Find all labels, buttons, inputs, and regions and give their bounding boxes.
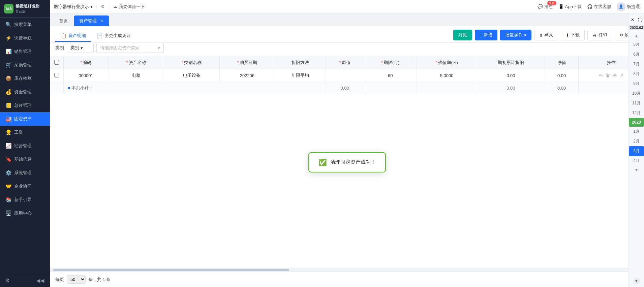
close-panel-icon[interactable]: ✕ (631, 18, 634, 22)
more-icon[interactable]: ↗ (620, 73, 624, 78)
download-btn[interactable]: ⬇ 下载 (561, 30, 585, 40)
right-panel-month-6[interactable]: 6月 (629, 50, 644, 59)
reconcile-btn[interactable]: 对账 (453, 30, 472, 40)
batch-btn[interactable]: 批量操作 ▾ (500, 30, 531, 40)
panel-expand-toggle[interactable]: ▼ (633, 278, 640, 284)
new-btn[interactable]: + 新增 (475, 30, 497, 40)
th-net-value: 净值 (545, 56, 579, 69)
success-toast: ✅ 清理固定资产成功！ (308, 152, 386, 172)
user-info[interactable]: 👤 畅捷通 (617, 2, 640, 11)
sidebar-item-capital[interactable]: 💰 资金管理 (0, 85, 50, 99)
avatar: 👤 (617, 2, 625, 11)
right-panel-month-7[interactable]: 7月 (629, 59, 644, 69)
sidebar-item-enterprise-label: 企业协同 (14, 183, 32, 189)
sidebar-item-purchase[interactable]: 🛒 采购管理 (0, 58, 50, 72)
scroll-up-btn[interactable]: ▲ (629, 32, 644, 40)
sidebar-nav: 🔍 搜索菜单 ⚡ 快捷导航 📊 销售管理 🛒 采购管理 📦 库存核算 💰 资金管… (0, 18, 50, 274)
sub-tab-asset-detail[interactable]: 📋 资产明细 (55, 30, 91, 42)
settings-icon[interactable]: ⚙ (5, 278, 10, 284)
subtotal-initial-accumulated: 0.00 (477, 82, 545, 94)
sidebar-item-enterprise[interactable]: 🤝 企业协同 (0, 180, 50, 193)
asset-detail-icon: 📋 (61, 33, 66, 38)
sidebar-item-payroll[interactable]: 👷 工资 (0, 126, 50, 139)
batch-dropdown-icon: ▾ (524, 33, 526, 38)
sidebar-item-operations[interactable]: 📈 经营管理 (0, 139, 50, 153)
table-row: 000001 电脑 电子设备 202206 年限平均 (50, 69, 644, 82)
sidebar-item-basic-info[interactable]: 🔖 基础信息 (0, 153, 50, 166)
tab-close-icon[interactable]: ✕ (100, 18, 104, 23)
table-scrollbar[interactable] (50, 268, 644, 272)
right-panel-month-5[interactable]: 5月 (629, 40, 644, 50)
scroll-down-btn[interactable]: ▼ (629, 166, 644, 174)
table-scrollbar-thumb[interactable] (53, 269, 289, 271)
right-panel-month-2[interactable]: 2月 (629, 136, 644, 146)
settings-btn[interactable]: ⚙ (101, 4, 105, 9)
sidebar-item-sales[interactable]: 📊 销售管理 (0, 45, 50, 58)
sidebar-item-fixed-assets[interactable]: 🏭 固定资产 (0, 112, 50, 126)
expand-panel-icon[interactable]: ⛶ (638, 18, 642, 22)
download-icon: ⬇ (566, 33, 570, 38)
online-service-btn[interactable]: 🎧 在线客服 (587, 4, 611, 10)
right-panel-month-8[interactable]: 8月 (629, 69, 644, 79)
collapse-icon[interactable]: ◀◀ (36, 278, 44, 284)
app-download-btn[interactable]: 📱 App下载 (558, 4, 582, 10)
right-panel-month-11[interactable]: 11月 (629, 98, 644, 108)
tab-home[interactable]: 首页 (54, 15, 73, 26)
th-period: *期限(月) (364, 56, 417, 69)
system-icon: ⚙️ (5, 170, 11, 176)
total-label: 条，共 1 条 (88, 277, 111, 283)
sidebar-item-quick-nav[interactable]: ⚡ 快捷导航 (0, 31, 50, 45)
th-depreciation-method: 折旧方法 (275, 56, 326, 69)
sub-tab-change-voucher[interactable]: 📄 变更生成凭证 (91, 30, 136, 42)
inventory-icon: 📦 (5, 75, 11, 82)
sidebar-item-inventory[interactable]: 📦 库存核算 (0, 72, 50, 85)
copy-icon[interactable]: ⊕ (613, 73, 617, 78)
right-panel-month-4[interactable]: 4月 (629, 156, 644, 166)
right-panel-year-2023[interactable]: 2023 (629, 118, 644, 127)
topbar: 医疗器械行业演示 ▾ | ⚙ | ☁ 我要体验一下 💬 消息 99+ 📱 App… (50, 0, 644, 13)
tab-asset-management[interactable]: 资产管理 ✕ (74, 15, 109, 26)
right-panel-month-3[interactable]: 3月 (629, 146, 644, 156)
sidebar-item-search[interactable]: 🔍 搜索菜单 (0, 18, 50, 31)
basic-info-icon: 🔖 (5, 156, 11, 162)
per-page-select[interactable]: 50 10 20 100 (67, 275, 86, 284)
right-panel-month-12[interactable]: 12月 (629, 108, 644, 118)
sidebar-item-ledger[interactable]: 📒 总账管理 (0, 99, 50, 112)
category-value-select[interactable]: 请选择固定资产类别 ▾ (96, 43, 164, 53)
right-panel-year: 2023.03 (628, 25, 644, 30)
right-panel-month-10[interactable]: 10月 (629, 89, 644, 98)
delete-icon[interactable]: 🗑 (606, 73, 610, 78)
select-all-checkbox[interactable] (54, 60, 59, 65)
subtotal-net-value: 0.00 (545, 82, 579, 94)
category-type-select[interactable]: 类别 ▾ (67, 43, 94, 53)
experience-btn[interactable]: ☁ 我要体验一下 (113, 4, 145, 10)
subtotal-period (364, 82, 417, 94)
subtotal-original-value: 0.00 (326, 82, 364, 94)
sidebar-item-guide-label: 新手引导 (14, 197, 32, 203)
company-selector[interactable]: 医疗器械行业演示 ▾ (54, 4, 93, 10)
edit-icon[interactable]: ✏ (599, 73, 603, 78)
sidebar-item-quick-nav-label: 快捷导航 (14, 35, 32, 41)
subtotal-icon: ■ (68, 86, 70, 90)
per-page-label: 每页 (55, 277, 64, 283)
th-initial-accumulated: 期初累计折旧 (477, 56, 545, 69)
refresh-icon: ↻ (620, 33, 623, 38)
tab-asset-label: 资产管理 (79, 18, 97, 23)
sidebar-item-app-center[interactable]: 🖥️ 应用中心 (0, 206, 50, 220)
app-download-label: App下载 (565, 4, 582, 10)
company-dropdown-icon: ▾ (90, 4, 93, 9)
message-badge: 99+ (547, 1, 556, 5)
print-label: 打印 (598, 32, 607, 38)
right-panel-month-1[interactable]: 1月 (629, 127, 644, 136)
import-btn[interactable]: ⬆ 导入 (534, 30, 558, 40)
sidebar-item-guide[interactable]: 📚 新手引导 (0, 193, 50, 206)
row-checkbox[interactable] (54, 73, 59, 77)
message-btn[interactable]: 💬 消息 99+ (538, 4, 553, 10)
tabs-bar: 首页 资产管理 ✕ (50, 13, 644, 26)
print-btn[interactable]: 🖨 打印 (587, 30, 612, 40)
sidebar-item-sales-label: 销售管理 (14, 49, 32, 55)
filter-area: 类别 类别 ▾ 请选择固定资产类别 ▾ (50, 43, 644, 56)
sidebar-item-system[interactable]: ⚙️ 系统管理 (0, 166, 50, 180)
right-panel-month-9[interactable]: 9月 (629, 79, 644, 89)
sidebar-item-purchase-label: 采购管理 (14, 62, 32, 68)
